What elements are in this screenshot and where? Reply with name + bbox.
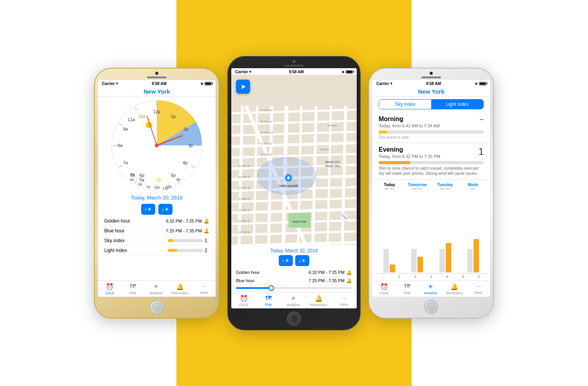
bell-icon-blue[interactable]: 🔔 bbox=[203, 228, 209, 234]
tab-more-1[interactable]: ··· More bbox=[196, 283, 212, 295]
clock-icon-2: ⏰ bbox=[240, 295, 248, 302]
more-icon-3: ··· bbox=[476, 283, 481, 290]
clock-icon-3: ⏰ bbox=[380, 283, 388, 290]
phone3: Carrier ▾ 9:58 AM ➤ New York bbox=[368, 68, 494, 319]
tab-weather-3[interactable]: ☀ Weather bbox=[423, 283, 438, 295]
tomorrow-ev: Ev bbox=[418, 187, 422, 190]
svg-text:11p: 11p bbox=[162, 186, 168, 190]
tab-clock-1[interactable]: ⏰ Clock bbox=[102, 283, 118, 295]
tuesday-evening-bar bbox=[446, 243, 451, 272]
svg-text:TIMES SQUARE: TIMES SQUARE bbox=[279, 185, 299, 188]
status-bar-1: Carrier ▾ 9:58 AM ➤ bbox=[98, 80, 216, 87]
reminders-icon-2: 🔔 bbox=[315, 295, 323, 302]
chart-today-label: Today bbox=[384, 183, 395, 187]
light-index-segment[interactable]: Light index bbox=[431, 100, 483, 109]
sunrise-button[interactable]: ↑☀ bbox=[141, 204, 155, 215]
svg-text:12p: 12p bbox=[153, 109, 160, 114]
phone1-screen: Carrier ▾ 9:58 AM ➤ New York bbox=[98, 80, 216, 297]
chart-day-labels: Today Mo Ev Tomorrow Mo bbox=[376, 183, 487, 190]
nav-title-3: New York bbox=[418, 88, 445, 95]
svg-text:W 46th St: W 46th St bbox=[239, 198, 250, 200]
evening-section: Evening 1 Today, from 6:32 PM to 7:35 PM… bbox=[372, 143, 490, 179]
map-sunset-button[interactable]: ↓☀ bbox=[295, 255, 309, 266]
tab-reminders-3[interactable]: 🔔 Reminders bbox=[446, 283, 463, 295]
location-icon-3: ➤ bbox=[475, 82, 478, 86]
tab-more-3[interactable]: ··· More bbox=[470, 283, 486, 295]
evening-subtitle: Today, from 6:32 PM to 7:35 PM bbox=[379, 154, 484, 159]
tab-clock-2[interactable]: ⏰ Clock bbox=[236, 295, 252, 307]
morning-score: − bbox=[479, 116, 484, 124]
phone3-wrapper: Carrier ▾ 9:58 AM ➤ New York bbox=[368, 68, 494, 319]
battery-icon-2 bbox=[346, 70, 353, 74]
location-icon-1: ➤ bbox=[200, 82, 203, 86]
map-sunrise-button[interactable]: ↑☀ bbox=[279, 255, 293, 266]
morning-progress-fill bbox=[379, 130, 387, 134]
sky-index-fill bbox=[168, 239, 173, 242]
svg-text:W 43rd St: W 43rd St bbox=[239, 231, 250, 234]
bell-icon-golden[interactable]: 🔔 bbox=[203, 218, 209, 224]
my-location-button[interactable]: ➤ bbox=[236, 80, 250, 94]
battery-icon-1 bbox=[205, 82, 212, 85]
clock-info-list: Golden hour 6:32 PM - 7:25 PM 🔔 Blue hou… bbox=[98, 216, 216, 256]
map-bell-blue[interactable]: 🔔 bbox=[346, 278, 352, 283]
sky-index-segment[interactable]: Sky index bbox=[379, 100, 431, 109]
sunset-button[interactable]: ↓☀ bbox=[158, 204, 172, 215]
tab-bar-2: ⏰ Clock 🗺 Map ☀ Weather 🔔 bbox=[231, 292, 357, 308]
nav-title-1: New York bbox=[144, 88, 170, 95]
light-index-bar-container: 2 bbox=[168, 248, 209, 253]
home-button-1[interactable] bbox=[150, 300, 164, 314]
wednesday-bars bbox=[460, 239, 487, 272]
sky-index-bar-container: 1 bbox=[168, 238, 209, 243]
tab-reminders-2[interactable]: 🔔 Reminders bbox=[310, 295, 328, 307]
front-camera-3 bbox=[430, 72, 433, 75]
carrier-2: Carrier bbox=[235, 70, 248, 74]
svg-text:11a: 11a bbox=[128, 117, 135, 122]
phone2-top bbox=[228, 57, 360, 68]
morning-event-over: The event is over. bbox=[379, 135, 484, 140]
tab-map-3[interactable]: 🗺 Map bbox=[399, 283, 415, 295]
svg-text:7a: 7a bbox=[123, 160, 128, 165]
clock-icon: ⏰ bbox=[106, 283, 114, 290]
wednesday-morning-bar bbox=[467, 249, 473, 272]
nav-bar-3: New York bbox=[372, 87, 490, 97]
phone1-top bbox=[95, 69, 219, 80]
front-camera-icon bbox=[155, 72, 158, 75]
tuesday-morning-bar bbox=[439, 249, 445, 272]
phone1: Carrier ▾ 9:58 AM ➤ New York bbox=[94, 68, 220, 319]
time-3: 9:58 AM bbox=[426, 82, 441, 86]
svg-text:Bryant Park: Bryant Park bbox=[293, 220, 307, 223]
svg-text:MUSIC HALL: MUSIC HALL bbox=[325, 164, 341, 167]
home-button-3[interactable] bbox=[424, 300, 438, 314]
morning-header: Morning − bbox=[379, 116, 484, 123]
wifi-icon-1: ▾ bbox=[116, 82, 118, 85]
map-icon-3: 🗺 bbox=[404, 283, 410, 290]
tab-more-2[interactable]: ··· More bbox=[336, 295, 352, 306]
tab-reminders-1[interactable]: 🔔 Reminders bbox=[172, 283, 189, 295]
tab-map-1[interactable]: 🗺 Map bbox=[125, 283, 141, 295]
phone2-bottom bbox=[228, 308, 360, 330]
weather-icon-2: ☀ bbox=[290, 295, 296, 302]
home-button-inner-2 bbox=[290, 314, 298, 323]
map-icon-2: 🗺 bbox=[265, 295, 272, 302]
home-button-2[interactable] bbox=[287, 312, 301, 326]
tomorrow-mo: Mo bbox=[412, 187, 417, 190]
reminders-icon-3: 🔔 bbox=[450, 283, 458, 290]
tab-clock-3[interactable]: ⏰ Clock bbox=[376, 283, 392, 295]
evening-score: 1 bbox=[479, 146, 484, 157]
chart-tuesday-label: Tuesday bbox=[437, 183, 453, 187]
map-golden-hour-value: 6:32 PM - 7:25 PM bbox=[309, 270, 345, 275]
tomorrow-evening-bar bbox=[417, 257, 423, 272]
map-timeline-slider[interactable] bbox=[236, 287, 352, 289]
map-bell-golden[interactable]: 🔔 bbox=[346, 270, 352, 275]
svg-point-74 bbox=[287, 176, 290, 179]
tab-weather-1[interactable]: ☀ Weather bbox=[148, 283, 164, 295]
clock-svg: 12p 1p 2p 3p 4p 5p 7p 6p 9a 8a bbox=[110, 98, 204, 192]
map-slider-thumb[interactable] bbox=[269, 285, 274, 291]
nav-bar-1: New York bbox=[98, 87, 216, 97]
tab-weather-2[interactable]: ☀ Weather bbox=[285, 295, 301, 307]
x-label-4: 4 bbox=[439, 275, 455, 279]
x-label-5b: 5 bbox=[471, 275, 487, 279]
svg-text:9a: 9a bbox=[123, 127, 128, 131]
tab-map-2[interactable]: 🗺 Map bbox=[261, 295, 276, 306]
bar-chart: Today Mo Ev Tomorrow Mo bbox=[372, 179, 490, 280]
